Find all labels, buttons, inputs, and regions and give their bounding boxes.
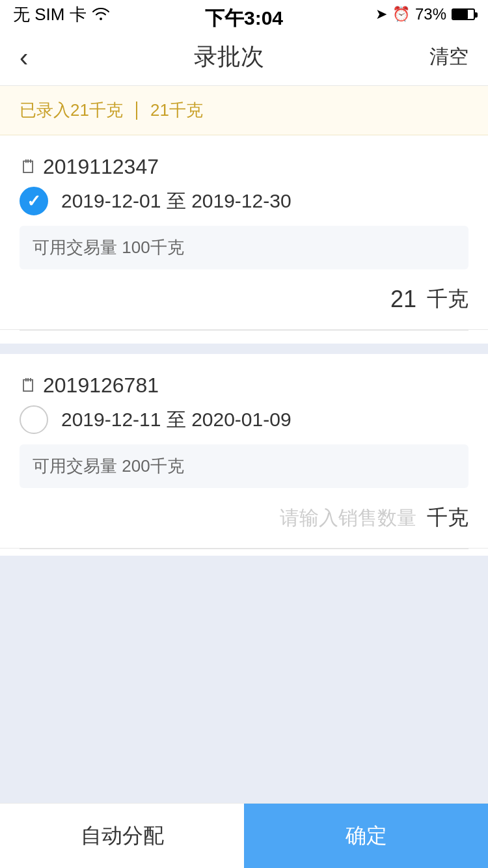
batch-item-1-content: 🗒 2019112347 2019-12-01 至 2019-12-30 可用交… [0,135,488,269]
status-time: 下午3:04 [205,5,283,32]
batch-item-1: 🗒 2019112347 2019-12-01 至 2019-12-30 可用交… [0,135,488,344]
batch-1-quantity-entered: 21 [390,286,416,313]
wifi-icon [92,5,110,25]
batch-2-availability: 可用交易量 200千克 [20,444,468,488]
back-button[interactable]: ‹ [20,44,28,70]
batch-1-icon: 🗒 [20,156,38,178]
battery-icon [452,8,475,20]
batch-1-unit: 千克 [427,285,468,314]
location-icon: ➤ [375,6,387,23]
batch-2-header: 🗒 2019126781 [20,373,468,398]
batch-2-quantity-row: 请输入销售数量 千克 [0,488,488,549]
status-left: 无 SIM 卡 [13,3,110,26]
summary-value: 21千克 [150,99,203,122]
auto-assign-button[interactable]: 自动分配 [0,804,244,868]
batch-1-availability: 可用交易量 100千克 [20,226,468,269]
batch-2-date-row[interactable]: 2019-12-11 至 2020-01-09 [20,405,468,434]
batch-1-number: 2019112347 [43,155,159,179]
batch-2-quantity-placeholder: 请输入销售数量 [280,505,416,532]
batch-1-date-row[interactable]: 2019-12-01 至 2019-12-30 [20,187,468,215]
nav-bar: ‹ 录批次 清空 [0,29,488,86]
batch-1-header: 🗒 2019112347 [20,155,468,179]
bottom-actions: 自动分配 确定 [0,803,488,868]
status-bar: 无 SIM 卡 下午3:04 ➤ ⏰ 73% [0,0,488,29]
batch-1-date: 2019-12-01 至 2019-12-30 [61,188,291,215]
page-title: 录批次 [194,41,264,73]
batch-2-date: 2019-12-11 至 2020-01-09 [61,407,291,433]
batch-1-radio[interactable] [20,187,48,215]
battery-text: 73% [415,5,446,23]
summary-bar: 已录入21千克 21千克 [0,86,488,135]
carrier-text: 无 SIM 卡 [13,3,87,26]
batch-item-2-content: 🗒 2019126781 2019-12-11 至 2020-01-09 可用交… [0,354,488,488]
batch-1-quantity-row: 21 千克 [0,269,488,330]
summary-divider [136,102,137,120]
status-right: ➤ ⏰ 73% [375,5,475,23]
batch-2-icon: 🗒 [20,375,38,396]
batch-2-unit: 千克 [427,504,468,532]
batch-item-2: 🗒 2019126781 2019-12-11 至 2020-01-09 可用交… [0,354,488,556]
summary-label: 已录入21千克 [20,99,123,122]
batch-2-bottom-space [0,549,488,556]
alarm-icon: ⏰ [392,6,410,23]
section-divider [0,344,488,354]
confirm-button[interactable]: 确定 [244,804,488,868]
batch-2-number: 2019126781 [43,373,159,398]
batch-2-radio[interactable] [20,405,48,434]
batch-1-bottom-space [0,331,488,344]
clear-button[interactable]: 清空 [429,44,468,70]
